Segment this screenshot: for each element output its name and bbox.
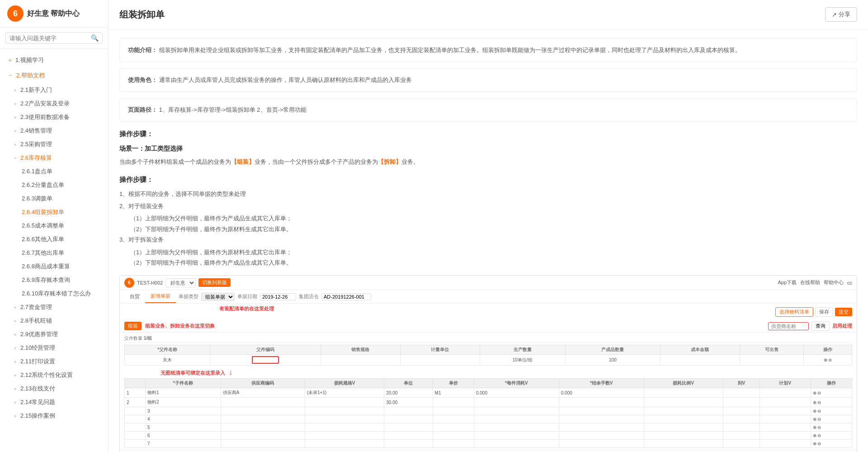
path-label: 页面路径： (128, 106, 157, 113)
mock-save-btn[interactable]: 保存 (815, 307, 833, 317)
mock-app-download[interactable]: App下载 (778, 279, 797, 286)
app-logo-text: 好生意 帮助中心 (27, 9, 80, 19)
annotation-type-switch: 组装业务、拆卸业务在这里切换 (145, 323, 215, 329)
expand-icon-2-14: ＋ (13, 399, 18, 406)
mock-query-btn[interactable]: 查询 (811, 321, 830, 331)
mock-upper-th-6: 产成品数量 (565, 345, 660, 355)
sidebar-item-2-6-1[interactable]: 2.6.1盘点单 (22, 165, 108, 178)
sidebar-item-2-7[interactable]: ＋ 2.7资金管理 (13, 300, 108, 314)
sidebar-item-2-6-10[interactable]: 2.6.10库存账本错了怎么办 (22, 287, 108, 300)
mock-topbar-right: App下载 在线帮助 帮助中心 cc (778, 279, 852, 286)
mock-upper-td-2 (210, 355, 321, 366)
sidebar-item-2-9[interactable]: ＋ 2.9优惠券管理 (13, 328, 108, 341)
share-button[interactable]: ↗ 分享 (825, 7, 857, 22)
mock-lower-th-3: 损耗规格V (305, 379, 384, 388)
sidebar-item-2-6-6[interactable]: 2.6.6其他入库单 (22, 233, 108, 246)
annotation-no-bom: 无图纸清单可绑定在这里录入 (160, 370, 225, 376)
mock-tab-new[interactable]: 新增单据 (145, 290, 176, 303)
sidebar-item-2-13[interactable]: ＋ 2.13在线支付 (13, 382, 108, 395)
mock-barcode-input[interactable] (252, 356, 279, 364)
mock-upper-title: 父件数量 1/组 (124, 334, 852, 343)
mock-lower-th-2: 供应商编码 (221, 379, 305, 388)
keyword-assemble: 【组装】 (231, 158, 255, 165)
mock-lower-th-6: *每件消耗V (474, 379, 559, 388)
expand-icon-2-13: ＋ (13, 385, 18, 392)
step-3: 3、对于拆装业务 (119, 234, 857, 245)
mock-select-template-btn[interactable]: 选择物料清单 (775, 307, 813, 317)
scene1-title: 场景一：加工类型选择 (119, 145, 857, 153)
mock-upper-table: *父件名称 父件编码 销售规格 计量单位 生产数量 产成品数量 成本金额 可出售… (124, 345, 852, 366)
share-icon: ↗ (832, 11, 837, 18)
mock-selector[interactable]: 好生意 (165, 278, 196, 287)
sidebar-item-2-14[interactable]: ＋ 2.14常见问题 (13, 395, 108, 409)
role-label: 使用角色： (128, 76, 157, 83)
screenshot-mockup: 6 TEST-H002 好生意 切换到新版 App下载 在线帮助 帮助中心 cc… (119, 275, 857, 452)
sidebar-item-2-1[interactable]: ＋ 2.1新手入门 (13, 83, 108, 97)
sidebar-item-2-15[interactable]: ＋ 2.15操作案例 (13, 409, 108, 423)
step-1: 1、根据不同的业务，选择不同单据的类型来处理 (119, 189, 857, 199)
mock-system-label: TEST-H002 (137, 280, 163, 285)
step-2: 2、对于组装业务 (119, 201, 857, 211)
mock-date-input[interactable] (260, 293, 296, 300)
search-input[interactable] (9, 35, 91, 42)
minus-icon-2: － (7, 71, 14, 80)
func-label: 功能介绍： (128, 47, 157, 53)
table-row: 4⊕ ⊖ (125, 415, 852, 423)
mock-supplier-input[interactable] (768, 322, 809, 330)
search-input-wrap[interactable]: 🔍 (5, 32, 103, 44)
mock-lower-th-7: *结余手数V (559, 379, 644, 388)
role-intro-block: 使用角色： 通常由生产人员或库管人员完成拆装业务的操作，库管人员确认原材料的出库… (119, 68, 857, 92)
mock-help-center[interactable]: 帮助中心 (824, 279, 844, 286)
mock-user[interactable]: cc (847, 280, 852, 285)
sidebar-item-2-5[interactable]: ＋ 2.5采购管理 (13, 138, 108, 151)
sidebar-item-2[interactable]: － 2.帮助文档 (0, 68, 108, 83)
sidebar-item-2-6-8[interactable]: 2.6.8商品成本重算 (22, 260, 108, 273)
sidebar: 6 好生意 帮助中心 🔍 ＋ 1.视频学习 － 2.帮助文档 ＋ 2.1新手入门… (0, 0, 108, 452)
main-content: 组装拆卸单 ↗ 分享 功能介绍： 组装拆卸单用来处理企业组装或拆卸等加工业务，支… (108, 0, 868, 452)
expand-icon-2-1: ＋ (13, 87, 18, 94)
sidebar-item-2-11[interactable]: ＋ 2.11打印设置 (13, 355, 108, 368)
mock-store-input[interactable] (321, 293, 371, 300)
sidebar-item-2-12[interactable]: ＋ 2.12系统个性化设置 (13, 368, 108, 382)
mock-tab-home[interactable]: 自贸 (124, 290, 145, 303)
mock-lower-section: *子件名称 供应商编码 损耗规格V 单位 单价 *每件消耗V *结余手数V 损耗… (120, 376, 857, 450)
mock-type-selector[interactable]: 组装单据 拆卸单据 (201, 293, 235, 301)
sidebar-item-2-6-4[interactable]: 2.6.4组装拆卸单 (22, 205, 108, 219)
sidebar-item-2-10[interactable]: ＋ 2.10经营管理 (13, 341, 108, 355)
sidebar-item-2-8[interactable]: ＋ 2.8手机旺铺 (13, 314, 108, 328)
sidebar-item-2-2[interactable]: ＋ 2.2产品安装及登录 (13, 97, 108, 110)
mock-lower-th-5: 单价 (433, 379, 474, 388)
ops-title: 操作步骤： (119, 130, 857, 138)
mock-upper-th-7: 成本金额 (660, 345, 740, 355)
mock-lower-th-11: 操作 (811, 379, 852, 388)
func-intro-block: 功能介绍： 组装拆卸单用来处理企业组装或拆卸等加工业务，支持有固定装配清单的产品… (119, 38, 857, 62)
mock-toolbar-row: 单据类型 组装单据 拆卸单据 单据日期 集团店仓 (179, 293, 371, 301)
mock-switch-btn[interactable]: 切换到新版 (198, 278, 231, 287)
sidebar-item-2-4[interactable]: ＋ 2.4销售管理 (13, 124, 108, 138)
table-row: 7⊕ ⊖ (125, 440, 852, 448)
expand-icon-2-9: ＋ (13, 331, 18, 338)
sidebar-item-2-3[interactable]: ＋ 2.3使用前数据准备 (13, 110, 108, 124)
mock-submit-btn[interactable]: 提交 (835, 308, 852, 316)
expand-icon-2-4: ＋ (13, 128, 18, 134)
step-2-2: （2）下部明细为子件明细，最终作为原材料生成其它出库单。 (130, 224, 857, 234)
sidebar-item-2-6-2[interactable]: 2.6.2分量盘点单 (22, 178, 108, 192)
app-logo-icon: 6 (7, 5, 24, 22)
table-row: 关木 10单位/组 100 ⊕ ⊖ (125, 355, 852, 366)
sidebar-item-2-6-5[interactable]: 2.6.5成本调整单 (22, 219, 108, 233)
sidebar-item-label-1: 1.视频学习 (15, 56, 44, 64)
mock-section-orange: 组装 组装业务、拆卸业务在这里切换 (124, 322, 215, 330)
sidebar-logo: 6 好生意 帮助中心 (0, 0, 108, 28)
sidebar-item-1[interactable]: ＋ 1.视频学习 (0, 52, 108, 68)
sidebar-item-2-6[interactable]: － 2.6库存核算 (13, 151, 108, 165)
main-header: 组装拆卸单 ↗ 分享 (108, 0, 868, 29)
mock-upper-th-4: 计量单位 (400, 345, 480, 355)
sidebar-item-2-6-7[interactable]: 2.6.7其他出库单 (22, 246, 108, 260)
mock-section-row: 组装 组装业务、拆卸业务在这里切换 查询 启用处理 (120, 320, 857, 333)
sidebar-item-2-6-3[interactable]: 2.6.3调拨单 (22, 192, 108, 205)
mock-online-help[interactable]: 在线帮助 (800, 279, 820, 286)
mock-upper-td-4 (400, 355, 480, 366)
mock-type-toggle-btn[interactable]: 组装 (124, 322, 142, 330)
sidebar-item-2-6-9[interactable]: 2.6.9库存账本查询 (22, 273, 108, 287)
mock-lower-th-9: 到V (723, 379, 760, 388)
